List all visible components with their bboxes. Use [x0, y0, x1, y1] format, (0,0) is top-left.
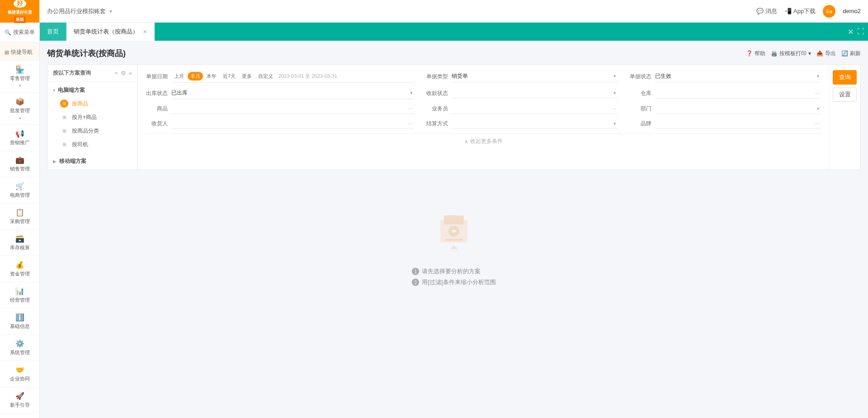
- sidebar-item-purchase[interactable]: 📋 采购管理: [0, 204, 39, 230]
- date-tab-more[interactable]: 更多: [239, 72, 255, 81]
- purchase-icon: 📋: [15, 208, 24, 217]
- add-scheme-icon[interactable]: +: [114, 70, 118, 76]
- doc-type-control[interactable]: 销货单 ▾: [452, 71, 618, 82]
- brand-more-icon[interactable]: ···: [815, 120, 820, 127]
- filter-row-4: 收货人 ··· 结算方式 ▾ 品牌: [145, 119, 821, 129]
- warehouse-more-icon[interactable]: ···: [815, 90, 820, 96]
- user-name: demo2: [843, 8, 861, 14]
- app-download-button[interactable]: 📲 App下载: [784, 7, 816, 15]
- receiver-more-icon[interactable]: ···: [408, 120, 413, 127]
- sidebar-item-wholesale[interactable]: 📦 批发管理 ▴: [0, 93, 39, 125]
- sidebar-item-guide[interactable]: 🚀 新手引导: [0, 387, 39, 413]
- out-status-control[interactable]: 已出库 ▾: [171, 87, 415, 99]
- receive-status-control[interactable]: ▾: [452, 88, 618, 98]
- page-action-buttons: ❓ 帮助 🖨️ 按模板打印 ▾ 📤 导出 🔄 刷新: [746, 50, 861, 57]
- sidebar-item-marketing[interactable]: 📢 营销推广: [0, 125, 39, 151]
- close-tab-icon[interactable]: ✕: [143, 29, 147, 35]
- wholesale-expand-icon: ▴: [19, 115, 21, 120]
- help-button[interactable]: ❓ 帮助: [746, 50, 765, 57]
- sidebar-item-operations[interactable]: 📊 经营管理: [0, 282, 39, 309]
- doc-type-dropdown-icon[interactable]: ▾: [613, 73, 616, 79]
- print-button[interactable]: 🖨️ 按模板打印 ▾: [771, 50, 811, 57]
- staff-more-icon[interactable]: ···: [612, 105, 616, 112]
- doc-status-control[interactable]: 已生效 ▾: [655, 71, 821, 82]
- scheme-item-by-driver-label: 按司机: [72, 141, 88, 148]
- pc-group-expand-icon: ▾: [53, 88, 55, 93]
- tab-home[interactable]: 首页: [40, 23, 66, 41]
- sidebar-item-retail[interactable]: 🏪 零售管理 ▾: [0, 61, 39, 93]
- export-button[interactable]: 📤 导出: [816, 50, 836, 57]
- empty-tips: 1 请先选择要分析的方案 2 用[过滤]条件来缩小分析范围: [412, 267, 495, 286]
- settle-dropdown-icon[interactable]: ▾: [613, 121, 616, 127]
- settle-control[interactable]: ▾: [452, 119, 618, 129]
- scheme-panel: 按以下方案查询 + ⚙ « ▾ 电脑端方案 按 按商品: [47, 65, 138, 170]
- settle-label: 结算方式: [425, 120, 448, 128]
- staff-label: 业务员: [425, 105, 448, 113]
- pc-group-header[interactable]: ▾ 电脑端方案: [47, 84, 137, 97]
- brand-filter-field: 品牌 ···: [629, 119, 821, 129]
- user-avatar[interactable]: Ea: [823, 5, 835, 18]
- brand-label: 品牌: [629, 120, 651, 128]
- expand-window-button[interactable]: ⛶: [857, 28, 864, 36]
- sidebar-item-app-center[interactable]: 📱 应用中心: [0, 413, 39, 418]
- dept-dropdown-icon[interactable]: ▾: [817, 106, 820, 112]
- active-scheme-dot: 按: [60, 100, 68, 108]
- industry-dropdown-icon[interactable]: ▾: [109, 8, 112, 14]
- receive-status-dropdown-icon[interactable]: ▾: [613, 90, 616, 96]
- pc-scheme-group: ▾ 电脑端方案 按 按商品 ⊞ 按月+商品 ⊞ 按商品分类: [47, 82, 137, 153]
- brand-control[interactable]: ···: [655, 119, 821, 129]
- settings-scheme-icon[interactable]: ⚙: [121, 70, 126, 76]
- topbar-left: 办公用品行业模拟账套 ▾: [47, 7, 112, 15]
- collapse-bar[interactable]: ∧ 收起更多条件: [145, 133, 821, 149]
- refresh-button[interactable]: 🔄 刷新: [841, 50, 861, 57]
- sidebar-item-sales[interactable]: 💼 销售管理: [0, 151, 39, 177]
- sidebar-item-ecommerce[interactable]: 🛒 电商管理: [0, 177, 39, 204]
- setting-button[interactable]: 设置: [833, 87, 857, 102]
- wholesale-icon: 📦: [15, 97, 24, 106]
- query-button[interactable]: 查询: [833, 70, 857, 85]
- guide-icon: 🚀: [15, 392, 24, 400]
- scheme-item-by-month-goods[interactable]: ⊞ 按月+商品: [47, 110, 137, 124]
- collapse-scheme-icon[interactable]: «: [129, 70, 132, 76]
- sidebar-item-system[interactable]: ⚙️ 系统管理: [0, 335, 39, 361]
- dept-control[interactable]: ▾: [655, 104, 821, 114]
- staff-control[interactable]: ···: [452, 104, 618, 114]
- sidebar-item-basic[interactable]: ℹ️ 基础信息: [0, 309, 39, 335]
- retail-icon: 🏪: [15, 65, 24, 74]
- print-dropdown-icon: ▾: [808, 50, 811, 57]
- close-all-tabs-button[interactable]: ✕: [848, 28, 854, 36]
- scheme-item-by-goods[interactable]: 按 按商品: [47, 97, 137, 110]
- mobile-group-header[interactable]: ▶ 移动端方案: [47, 155, 137, 168]
- tab-sales-stats[interactable]: 销货单统计表（按商品） ✕: [66, 23, 155, 41]
- date-tab-7days[interactable]: 近7天: [220, 72, 238, 81]
- quick-nav-button[interactable]: ⊞ 快捷导航: [3, 46, 37, 58]
- sidebar-item-finance[interactable]: 💰 资金管理: [0, 256, 39, 282]
- date-filter-control[interactable]: 上月 本月 本年 近7天 更多 自定义 2023-03-01 至 2023-03…: [171, 70, 415, 83]
- sidebar-item-inventory[interactable]: 🗃️ 库存核算: [0, 230, 39, 256]
- empty-tip-1-text: 请先选择要分析的方案: [422, 267, 481, 276]
- scheme-item-by-driver[interactable]: ⊞ 按司机: [47, 138, 137, 151]
- sidebar-item-cooperation[interactable]: 🤝 企业协同: [0, 361, 39, 387]
- receive-status-filter-field: 收款状态 ▾: [425, 88, 618, 98]
- collapse-up-icon: ∧: [464, 138, 468, 145]
- app-logo-text: 畅捷通好生意: [8, 10, 32, 15]
- date-tab-last-month[interactable]: 上月: [171, 72, 187, 81]
- refresh-icon: 🔄: [841, 50, 848, 57]
- out-status-value: 已出库: [171, 89, 408, 97]
- receiver-control[interactable]: ···: [171, 119, 415, 129]
- dept-label: 部门: [629, 105, 651, 113]
- app-logo-sub: 标版: [14, 16, 26, 23]
- date-tab-this-year[interactable]: 本年: [204, 72, 219, 81]
- search-menu-button[interactable]: 🔍 搜索菜单: [3, 26, 37, 38]
- date-tab-this-month[interactable]: 本月: [188, 72, 203, 81]
- warehouse-control[interactable]: ···: [655, 88, 821, 99]
- doc-status-dropdown-icon[interactable]: ▾: [817, 73, 820, 79]
- out-status-dropdown-icon[interactable]: ▾: [410, 90, 413, 96]
- message-button[interactable]: 💬 消息: [756, 7, 777, 15]
- date-tab-custom[interactable]: 自定义: [255, 72, 276, 81]
- doc-type-value: 销货单: [452, 72, 612, 80]
- goods-more-icon[interactable]: ···: [408, 105, 413, 112]
- export-icon: 📤: [816, 50, 823, 57]
- scheme-item-by-category[interactable]: ⊞ 按商品分类: [47, 124, 137, 138]
- goods-control[interactable]: ···: [171, 104, 415, 114]
